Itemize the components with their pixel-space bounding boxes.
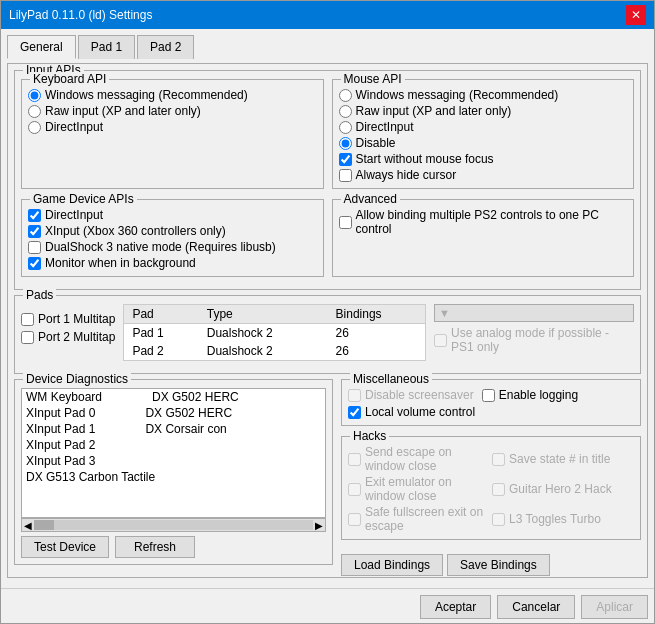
kb-raw-input[interactable]: Raw input (XP and later only) xyxy=(28,104,317,118)
keyboard-api-options: Windows messaging (Recommended) Raw inpu… xyxy=(28,88,317,134)
hack-exit-emu: Exit emulator on window close xyxy=(348,475,490,503)
adv-binding-check[interactable] xyxy=(339,216,352,229)
load-bindings-button[interactable]: Load Bindings xyxy=(341,554,443,576)
gd-directinput[interactable]: DirectInput xyxy=(28,208,317,222)
kb-windows-radio[interactable] xyxy=(28,89,41,102)
port2-multitap-check[interactable] xyxy=(21,331,34,344)
pad1-bindings: 26 xyxy=(328,324,425,343)
mouse-windows[interactable]: Windows messaging (Recommended) xyxy=(339,88,628,102)
pad2-name: Pad 2 xyxy=(124,342,198,360)
device-scrollbar[interactable]: ◀ ▶ xyxy=(21,518,326,532)
pads-group: Pads Port 1 Multitap Port 2 Multitap xyxy=(14,295,641,374)
bottom-section: Device Diagnostics WM Keyboard DX G502 H… xyxy=(14,379,641,571)
aceptar-button[interactable]: Aceptar xyxy=(420,595,491,619)
keyboard-api-group: Keyboard API Windows messaging (Recommen… xyxy=(21,79,324,189)
diag-buttons: Test Device Refresh xyxy=(21,536,326,558)
table-row[interactable]: Pad 2 Dualshock 2 26 xyxy=(124,342,425,360)
misc-title: Miscellaneous xyxy=(350,372,432,386)
mouse-hidecursor-check[interactable] xyxy=(339,169,352,182)
mouse-hide-cursor[interactable]: Always hide cursor xyxy=(339,168,628,182)
pad2-bindings: 26 xyxy=(328,342,425,360)
port1-multitap[interactable]: Port 1 Multitap xyxy=(21,312,115,326)
analog-mode[interactable]: Use analog mode if possible - PS1 only xyxy=(434,326,634,354)
mouse-disable-radio[interactable] xyxy=(339,137,352,150)
test-device-button[interactable]: Test Device xyxy=(21,536,109,558)
pads-multitap: Port 1 Multitap Port 2 Multitap xyxy=(21,304,115,361)
port1-multitap-check[interactable] xyxy=(21,313,34,326)
cancelar-button[interactable]: Cancelar xyxy=(497,595,575,619)
tab-pad1[interactable]: Pad 1 xyxy=(78,35,135,59)
device-diagnostics-group: Device Diagnostics WM Keyboard DX G502 H… xyxy=(14,379,333,565)
main-window: LilyPad 0.11.0 (ld) Settings ✕ General P… xyxy=(0,0,655,624)
save-bindings-button[interactable]: Save Bindings xyxy=(447,554,550,576)
table-row[interactable]: Pad 1 Dualshock 2 26 xyxy=(124,324,425,343)
gd-xinput[interactable]: XInput (Xbox 360 controllers only) xyxy=(28,224,317,238)
misc-options: Disable screensaver Enable logging xyxy=(348,388,634,402)
keyboard-api-title: Keyboard API xyxy=(30,72,109,86)
hack-gh2-check xyxy=(492,483,505,496)
list-item: DX G513 Carbon Tactile xyxy=(22,469,325,485)
window-title: LilyPad 0.11.0 (ld) Settings xyxy=(9,8,152,22)
tab-general[interactable]: General xyxy=(7,35,76,59)
analog-dropdown[interactable]: ▼ xyxy=(434,304,634,322)
mouse-rawinput-radio[interactable] xyxy=(339,105,352,118)
misc-logging-check[interactable] xyxy=(482,389,495,402)
list-item: WM Keyboard DX G502 HERC xyxy=(22,389,325,405)
close-button[interactable]: ✕ xyxy=(626,5,646,25)
game-device-apis-group: Game Device APIs DirectInput XInput (Xbo… xyxy=(21,199,324,277)
misc-local-volume[interactable]: Local volume control xyxy=(348,405,634,419)
tab-general-content: Input APIs Keyboard API Windows messagin… xyxy=(7,63,648,578)
mouse-directinput[interactable]: DirectInput xyxy=(339,120,628,134)
kb-directinput[interactable]: DirectInput xyxy=(28,120,317,134)
hack-savestate: Save state # in title xyxy=(492,445,634,473)
mouse-disable[interactable]: Disable xyxy=(339,136,628,150)
pads-title: Pads xyxy=(23,288,56,302)
mouse-rawinput[interactable]: Raw input (XP and later only) xyxy=(339,104,628,118)
advanced-title: Advanced xyxy=(341,192,400,206)
gd-directinput-check[interactable] xyxy=(28,209,41,222)
refresh-button[interactable]: Refresh xyxy=(115,536,195,558)
scroll-left-icon[interactable]: ◀ xyxy=(22,520,34,531)
gd-dualshock3[interactable]: DualShock 3 native mode (Requires libusb… xyxy=(28,240,317,254)
kb-rawinput-radio[interactable] xyxy=(28,105,41,118)
scrollbar-track xyxy=(34,520,313,530)
gd-monitor-bg[interactable]: Monitor when in background xyxy=(28,256,317,270)
gd-ds3-check[interactable] xyxy=(28,241,41,254)
hacks-title: Hacks xyxy=(350,429,389,443)
advanced-group: Advanced Allow binding multiple PS2 cont… xyxy=(332,199,635,277)
list-item: XInput Pad 2 xyxy=(22,437,325,453)
hacks-options: Send escape on window close Save state #… xyxy=(348,445,634,533)
hack-escape-check xyxy=(348,453,361,466)
gd-monitorbg-check[interactable] xyxy=(28,257,41,270)
misc-logging[interactable]: Enable logging xyxy=(482,388,578,402)
mouse-nofocus-check[interactable] xyxy=(339,153,352,166)
pad1-type: Dualshock 2 xyxy=(199,324,328,343)
pad-table: Pad Type Bindings Pad 1 Dualshock 2 26 xyxy=(123,304,426,361)
tab-bar: General Pad 1 Pad 2 xyxy=(7,35,648,59)
misc-screensaver[interactable]: Disable screensaver xyxy=(348,388,474,402)
aplicar-button[interactable]: Aplicar xyxy=(581,595,648,619)
mouse-directinput-radio[interactable] xyxy=(339,121,352,134)
load-save-buttons: Load Bindings Save Bindings xyxy=(341,554,641,576)
kb-windows-messaging[interactable]: Windows messaging (Recommended) xyxy=(28,88,317,102)
adv-allow-binding[interactable]: Allow binding multiple PS2 controls to o… xyxy=(339,208,628,236)
miscellaneous-group: Miscellaneous Disable screensaver Enable… xyxy=(341,379,641,426)
mouse-windows-radio[interactable] xyxy=(339,89,352,102)
mouse-no-focus[interactable]: Start without mouse focus xyxy=(339,152,628,166)
mouse-api-title: Mouse API xyxy=(341,72,405,86)
kb-directinput-radio[interactable] xyxy=(28,121,41,134)
list-item: XInput Pad 0 DX G502 HERC xyxy=(22,405,325,421)
port2-multitap[interactable]: Port 2 Multitap xyxy=(21,330,115,344)
game-device-options: DirectInput XInput (Xbox 360 controllers… xyxy=(28,208,317,270)
misc-volume: Local volume control xyxy=(348,405,634,419)
hacks-group: Hacks Send escape on window close Save s… xyxy=(341,436,641,540)
tab-pad2[interactable]: Pad 2 xyxy=(137,35,194,59)
pad2-type: Dualshock 2 xyxy=(199,342,328,360)
gd-xinput-check[interactable] xyxy=(28,225,41,238)
footer-buttons: Aceptar Cancelar Aplicar xyxy=(1,588,654,623)
scroll-right-icon[interactable]: ▶ xyxy=(313,520,325,531)
input-apis-group: Input APIs Keyboard API Windows messagin… xyxy=(14,70,641,290)
pad-right-panel: ▼ Use analog mode if possible - PS1 only xyxy=(434,304,634,361)
misc-volume-check[interactable] xyxy=(348,406,361,419)
hack-gh2: Guitar Hero 2 Hack xyxy=(492,475,634,503)
